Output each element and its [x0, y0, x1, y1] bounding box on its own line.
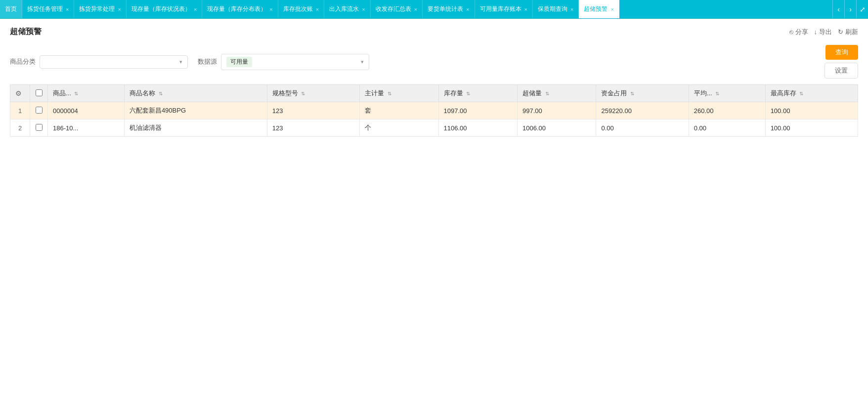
- cell-product-name: 机油滤清器: [124, 119, 267, 137]
- cell-over-qty: 997.00: [517, 102, 596, 119]
- close-tab-abnormal[interactable]: ×: [118, 6, 121, 12]
- query-button[interactable]: 查询: [825, 45, 858, 60]
- column-settings-icon[interactable]: ⚙: [15, 89, 22, 97]
- cell-avg: 0.00: [689, 119, 765, 137]
- sort-spec-icon: ⇅: [301, 91, 305, 96]
- nav-tab-home[interactable]: 首页: [0, 0, 22, 19]
- th-unit[interactable]: 主计量 ⇅: [360, 85, 438, 102]
- datasource-chevron-down-icon: ▾: [361, 59, 364, 65]
- page-title: 超储预警: [10, 27, 42, 37]
- row-checkbox-cell: [30, 102, 48, 119]
- page-content: 超储预警 ⎋ 分享 ↓ 导出 ↻ 刷新 商品分类 ▾ 数据源: [0, 19, 868, 395]
- close-tab-overstock-warning[interactable]: ×: [610, 6, 613, 12]
- sort-product-code-icon: ⇅: [74, 91, 78, 96]
- cell-product-code: 186-10...: [48, 119, 125, 137]
- th-spec[interactable]: 规格型号 ⇅: [267, 85, 359, 102]
- cell-unit: 套: [360, 102, 438, 119]
- close-tab-in-out-flow[interactable]: ×: [362, 6, 365, 12]
- cell-product-code: 0000004: [48, 102, 125, 119]
- nav-prev-btn[interactable]: ‹: [832, 0, 844, 19]
- close-tab-stock-status[interactable]: ×: [194, 6, 197, 12]
- sort-unit-icon: ⇅: [388, 91, 391, 96]
- nav-tab-task-mgmt[interactable]: 拣货任务管理 ×: [22, 0, 74, 19]
- export-button[interactable]: ↓ 导出: [814, 28, 832, 37]
- nav-arrows: ‹ › ⤢: [832, 0, 868, 19]
- cell-capital-use: 259220.00: [596, 102, 689, 119]
- cell-over-qty: 1006.00: [517, 119, 596, 137]
- sort-over-qty-icon: ⇅: [545, 91, 549, 96]
- cell-max-stock: 100.00: [765, 102, 858, 119]
- th-checkbox: [30, 85, 48, 102]
- table-row: 1 0000004 六配套新昌490BPG 123 套 1097.00 997.…: [10, 102, 858, 119]
- th-product-code[interactable]: 商品... ⇅: [48, 85, 125, 102]
- nav-tab-in-out-flow[interactable]: 出入库流水 ×: [324, 0, 370, 19]
- nav-tab-batch-account[interactable]: 库存批次账 ×: [278, 0, 324, 19]
- cell-spec: 123: [267, 102, 359, 119]
- refresh-icon: ↻: [838, 28, 843, 36]
- cell-max-stock: 100.00: [765, 119, 858, 137]
- nav-tab-expiry-query[interactable]: 保质期查询 ×: [533, 0, 579, 19]
- row-select-checkbox[interactable]: [36, 107, 43, 114]
- close-tab-available-ledger[interactable]: ×: [524, 6, 527, 12]
- close-tab-order-stats[interactable]: ×: [466, 6, 469, 12]
- close-tab-batch-account[interactable]: ×: [316, 6, 319, 12]
- filter-category-label: 商品分类: [10, 57, 36, 66]
- th-settings: ⚙: [10, 85, 30, 102]
- page-header: 超储预警 ⎋ 分享 ↓ 导出 ↻ 刷新: [10, 27, 858, 37]
- nav-tab-stock-status[interactable]: 现存量（库存状况表） ×: [127, 0, 202, 19]
- export-icon: ↓: [814, 28, 818, 36]
- th-over-qty[interactable]: 超储量 ⇅: [517, 85, 596, 102]
- top-nav: 首页 拣货任务管理 × 拣货异常处理 × 现存量（库存状况表） × 现存量（库存…: [0, 0, 868, 19]
- nav-tab-order-stats[interactable]: 要货单统计表 ×: [423, 0, 475, 19]
- filter-category-item: 商品分类 ▾: [10, 55, 188, 69]
- table-row: 2 186-10... 机油滤清器 123 个 1106.00 1006.00 …: [10, 119, 858, 137]
- sort-stock-qty-icon: ⇅: [466, 91, 470, 96]
- refresh-button[interactable]: ↻ 刷新: [838, 28, 858, 37]
- sort-product-name-icon: ⇅: [159, 91, 163, 96]
- filter-datasource-select[interactable]: 可用量 ▾: [221, 54, 369, 70]
- row-checkbox-cell: [30, 119, 48, 137]
- row-number: 2: [10, 119, 30, 137]
- cell-stock-qty: 1097.00: [438, 102, 517, 119]
- cell-product-name: 六配套新昌490BPG: [124, 102, 267, 119]
- filter-datasource-label: 数据源: [198, 57, 217, 66]
- select-all-checkbox[interactable]: [36, 89, 43, 96]
- th-avg[interactable]: 平均... ⇅: [689, 85, 765, 102]
- data-table: ⚙ 商品... ⇅ 商品名称 ⇅ 规格型号 ⇅ 主计量: [10, 84, 858, 137]
- nav-tab-stock-dist[interactable]: 现存量（库存分布表） ×: [202, 0, 278, 19]
- close-tab-stock-dist[interactable]: ×: [269, 6, 272, 12]
- cell-stock-qty: 1106.00: [438, 119, 517, 137]
- nav-tab-collect-summary[interactable]: 收发存汇总表 ×: [371, 0, 423, 19]
- nav-next-btn[interactable]: ›: [844, 0, 856, 19]
- settings-button[interactable]: 设置: [825, 63, 858, 79]
- chevron-down-icon: ▾: [179, 59, 182, 65]
- th-product-name[interactable]: 商品名称 ⇅: [124, 85, 267, 102]
- header-actions: ⎋ 分享 ↓ 导出 ↻ 刷新: [789, 28, 859, 37]
- th-max-stock[interactable]: 最高库存 ⇅: [765, 85, 858, 102]
- close-tab-expiry-query[interactable]: ×: [570, 6, 573, 12]
- cell-spec: 123: [267, 119, 359, 137]
- row-number: 1: [10, 102, 30, 119]
- cell-avg: 260.00: [689, 102, 765, 119]
- nav-tab-overstock-warning[interactable]: 超储预警 ×: [579, 0, 619, 19]
- sort-capital-use-icon: ⇅: [630, 91, 634, 96]
- th-stock-qty[interactable]: 库存量 ⇅: [438, 85, 517, 102]
- share-icon: ⎋: [789, 28, 793, 36]
- nav-tab-abnormal[interactable]: 拣货异常处理 ×: [74, 0, 126, 19]
- sort-max-stock-icon: ⇅: [799, 91, 803, 96]
- filter-category-select[interactable]: ▾: [40, 55, 188, 69]
- filter-datasource-item: 数据源 可用量 ▾: [198, 54, 369, 70]
- share-button[interactable]: ⎋ 分享: [789, 28, 808, 37]
- cell-capital-use: 0.00: [596, 119, 689, 137]
- close-tab-collect-summary[interactable]: ×: [414, 6, 417, 12]
- filter-row: 商品分类 ▾ 数据源 可用量 ▾ 查询 设置: [10, 45, 858, 79]
- filter-datasource-value: 可用量: [226, 57, 252, 67]
- th-capital-use[interactable]: 资金占用 ⇅: [596, 85, 689, 102]
- close-tab-task-mgmt[interactable]: ×: [66, 6, 69, 12]
- row-select-checkbox[interactable]: [36, 124, 43, 131]
- sort-avg-icon: ⇅: [715, 91, 719, 96]
- filter-action-buttons: 查询 设置: [825, 45, 858, 79]
- nav-expand-btn[interactable]: ⤢: [856, 0, 868, 19]
- nav-tab-available-ledger[interactable]: 可用量库存账本 ×: [475, 0, 533, 19]
- cell-unit: 个: [360, 119, 438, 137]
